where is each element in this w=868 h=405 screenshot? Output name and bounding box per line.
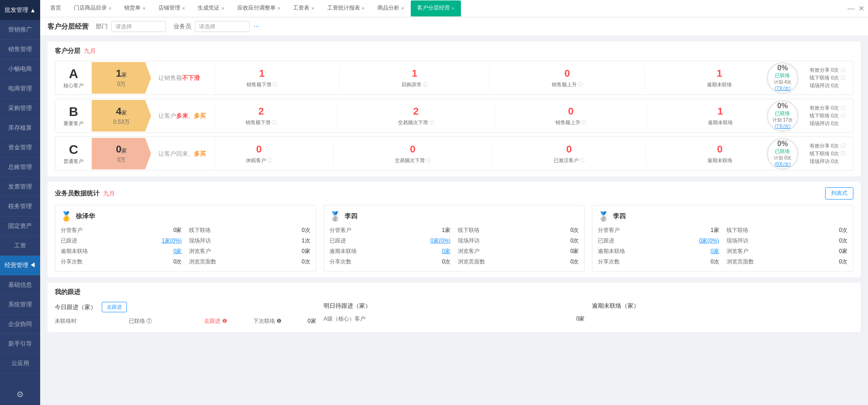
rep-name-2: 李四 [613, 212, 626, 221]
tier-a-days-link[interactable]: (7天/次) [774, 85, 790, 92]
tier-b-stat-1[interactable]: 2 销售额下滑 ⓘ [246, 105, 277, 126]
c-right-info-2[interactable]: ⓘ [841, 150, 846, 157]
right-info-2[interactable]: ⓘ [841, 74, 846, 81]
c-info-2[interactable]: ⓘ [426, 157, 431, 164]
tier-a-stat-4[interactable]: 1 逾期未联络 [707, 68, 732, 88]
sidebar-item-guding[interactable]: 固定资产 [0, 216, 40, 236]
rep-stats-grid-0: 分管客户 0家 线下联络 0次 已跟进 1家(0%) 现场拜访 [61, 226, 310, 266]
rep-overdue-link-1[interactable]: 0家 [442, 247, 450, 255]
tab-shop-manage[interactable]: 店铺管理 × [152, 0, 191, 16]
right-info-1[interactable]: ⓘ [841, 67, 846, 74]
window-minimize-icon[interactable]: — [847, 5, 855, 13]
customer-tier-header: 客户分层 九月 [55, 47, 853, 55]
sidebar-item-jichu[interactable]: 基础信息 [0, 275, 40, 295]
tier-c-days-link[interactable]: (0天/次) [774, 161, 790, 168]
sidebar-item-qiye[interactable]: 企业协同 [0, 315, 40, 334]
sidebar-item-zijin[interactable]: 资金管理 [0, 138, 40, 158]
c-right-info-1[interactable]: ⓘ [841, 142, 846, 149]
tab-close-product-analysis[interactable]: × [401, 5, 404, 11]
tab-close-shop-manage[interactable]: × [182, 5, 185, 11]
window-close-icon[interactable]: ✕ [858, 4, 864, 13]
rep-select[interactable]: 请选择 [195, 21, 250, 32]
tab-store-products[interactable]: 门店商品目录 × [68, 0, 118, 16]
rep-stat-pages-2: 浏览页面数 0次 [727, 258, 847, 266]
rep-stat-xianxia-2: 线下联络 0次 [727, 226, 847, 234]
tab-ar-ap[interactable]: 应收应付调整单 × [231, 0, 287, 16]
rep-overdue-link-2[interactable]: 0家 [711, 247, 719, 255]
rep-stat-xianxia-1: 线下联络 0次 [458, 226, 579, 234]
tab-payroll-report[interactable]: 工资统计报表 × [321, 0, 371, 16]
tab-close-payroll-report[interactable]: × [362, 5, 365, 11]
tab-gen-voucher[interactable]: 生成凭证 × [191, 0, 230, 16]
tab-close-gen-voucher[interactable]: × [221, 5, 224, 11]
sidebar-item-xiaochang[interactable]: 小畅电商 [0, 59, 40, 79]
sidebar-item-gongzi[interactable]: 工资 [0, 236, 40, 256]
b-info-3[interactable]: ⓘ [581, 119, 586, 126]
tab-close-ar-ap[interactable]: × [277, 5, 280, 11]
goto-follow-button[interactable]: 去跟进 [102, 302, 127, 312]
tier-a-count-block[interactable]: 1家 0万 [92, 62, 151, 94]
tier-a-count: 1 [116, 68, 121, 79]
tier-b-count-block[interactable]: 4家 0.53万 [92, 100, 151, 131]
sidebar-item-xiaoshou[interactable]: 销售管理 [0, 40, 40, 59]
tab-product-analysis[interactable]: 商品分析 × [371, 0, 410, 16]
tab-home[interactable]: 首页 [44, 0, 68, 16]
rep-overdue-link-0[interactable]: 0家 [173, 247, 182, 255]
sidebar-item-xitong[interactable]: 系统管理 [0, 295, 40, 315]
tab-sales-order[interactable]: 销货单 × [118, 0, 152, 16]
tab-customer-tier[interactable]: 客户分层经营 × [411, 0, 461, 16]
tier-c-stat-4[interactable]: 0 逾期未联络 [707, 143, 732, 164]
rep-followed-link-2[interactable]: 0家(0%) [699, 237, 719, 245]
tier-a-stat-3[interactable]: 0 销售额上升 ⓘ [552, 68, 583, 88]
dept-select[interactable]: 请选择 [111, 21, 166, 32]
tier-b-days-link[interactable]: (7天/次) [774, 123, 790, 130]
c-info-1[interactable]: ⓘ [267, 157, 272, 164]
gear-icon[interactable]: ⚙ [0, 384, 40, 405]
tier-c-stat-1[interactable]: 0 休眠客户 ⓘ [246, 143, 272, 164]
tab-payroll[interactable]: 工资表 × [287, 0, 320, 16]
tier-a-stat-2[interactable]: 1 回购异常 ⓘ [402, 68, 428, 88]
more-options-icon[interactable]: ··· [253, 22, 259, 31]
sidebar-expand-icon[interactable]: ▲ [30, 7, 36, 14]
tier-b-stat-2[interactable]: 2 交易频次下滑 ⓘ [398, 105, 434, 126]
follow-tomorrow-row-1: A级（核心）客户 0家 [324, 314, 585, 324]
tier-b-stat-4[interactable]: 1 逾期未联络 [708, 105, 733, 126]
sidebar-item-xinshou[interactable]: 新手引导 [0, 334, 40, 354]
tab-close-customer-tier[interactable]: × [452, 5, 455, 11]
sidebar-item-jingying[interactable]: 经营管理 ◀ [0, 256, 40, 275]
tier-b-stat-3[interactable]: 0 销售额上升 ⓘ [555, 105, 586, 126]
rep-followed-link-1[interactable]: 0家(0%) [430, 237, 450, 245]
tier-c-slogan: 让客户回来、多买 [151, 150, 215, 158]
sidebar-item-caigou[interactable]: 采购管理 [0, 99, 40, 118]
sidebar-item-kucun[interactable]: 库存核算 [0, 118, 40, 138]
sidebar-logo[interactable]: 批发管理 ▲ [0, 0, 40, 20]
rep-followed-link-0[interactable]: 1家(0%) [162, 237, 182, 245]
tier-c-stat-3[interactable]: 0 已激活客户 ⓘ [554, 143, 585, 164]
sidebar-item-yunyinyong[interactable]: 云应用 [0, 354, 40, 373]
rep-card-1: 🥈 李四 分管客户 1家 线下联络 0次 已跟进 [324, 205, 585, 272]
sidebar-item-yingxiao[interactable]: 营销推广 [0, 20, 40, 40]
customer-tier-section: 客户分层 九月 A 核心客户 1家 0万 让销售额不下滑 [47, 42, 861, 176]
b-info-1[interactable]: ⓘ [272, 119, 277, 126]
sidebar-item-zhangzhang[interactable]: 总账管理 [0, 158, 40, 177]
info-icon-3[interactable]: ⓘ [578, 81, 583, 88]
tier-c-count-block[interactable]: 0家 0万 [92, 138, 151, 169]
c-info-3[interactable]: ⓘ [580, 157, 585, 164]
tier-b-contact-circle: 0% 已联络 计划 17次 (7天/次) [767, 100, 799, 132]
follow-tomorrow-title: 明日待跟进（家） [324, 302, 371, 309]
sidebar-item-fapiao[interactable]: 发票管理 [0, 177, 40, 197]
tier-c-stat-2[interactable]: 0 交易频次下滑 ⓘ [395, 143, 431, 164]
b-info-2[interactable]: ⓘ [429, 119, 434, 126]
list-view-button[interactable]: 列表式 [825, 187, 853, 200]
sidebar-item-dianshangguan[interactable]: 电商管理 [0, 79, 40, 99]
sidebar-item-shuiwu[interactable]: 税务管理 [0, 197, 40, 216]
info-icon[interactable]: ⓘ [272, 81, 277, 88]
info-icon-2[interactable]: ⓘ [423, 81, 428, 88]
b-right-info-2[interactable]: ⓘ [841, 112, 846, 119]
tab-close-sales-order[interactable]: × [142, 5, 145, 11]
b-right-info-1[interactable]: ⓘ [841, 105, 846, 111]
tab-close-payroll[interactable]: × [311, 5, 314, 11]
tier-row-b: B 重要客户 4家 0.53万 让客户多来、多买 2 销售额下滑 ⓘ [55, 99, 853, 133]
tier-a-stat-1[interactable]: 1 销售额下滑 ⓘ [246, 68, 277, 88]
tab-close-store-products[interactable]: × [109, 5, 111, 11]
